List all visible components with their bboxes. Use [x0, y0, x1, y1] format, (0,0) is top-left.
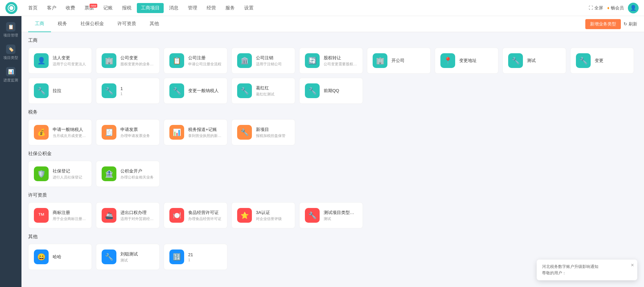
card-变更一般纳税人[interactable]: 🔧变更一般纳税人: [164, 78, 227, 104]
card-变更[interactable]: 🔧变更: [570, 48, 634, 74]
card-icon: 🏛️: [237, 53, 252, 68]
nav-item-记账[interactable]: 记账: [99, 3, 117, 13]
card-公司注销[interactable]: 🏛️公司注销适用于注销公司: [231, 48, 295, 74]
card-desc: 用于企业商标注册服务: [53, 216, 86, 221]
card-哈哈[interactable]: 😄哈哈: [28, 244, 92, 270]
card-desc: 适用于公司变更法人: [53, 62, 86, 67]
card-icon: 🔧: [102, 249, 116, 264]
card-desc: 办理公积金相关业务: [120, 175, 154, 180]
sidebar-item-项目类型[interactable]: 🏷️项目类型: [0, 41, 21, 64]
card-商标注册[interactable]: ™️商标注册用于企业商标注册服务: [28, 202, 92, 228]
fullscreen-icon: ⛶: [589, 5, 593, 10]
nav-item-工商项目[interactable]: 工商项目: [137, 3, 164, 13]
card-社保登记[interactable]: 🛡️社保登记进行人员社保登记: [28, 161, 92, 187]
nav-item-客户[interactable]: 客户: [43, 3, 60, 13]
sidebar-label: 项目类型: [3, 55, 18, 60]
card-icon: 📋: [169, 53, 184, 68]
nav-item-服务[interactable]: 服务: [221, 3, 239, 13]
nav-item-管理[interactable]: 管理: [184, 3, 201, 13]
card-开公司[interactable]: 🏢开公司: [367, 48, 431, 74]
card-name: 商标注册: [53, 210, 86, 216]
card-name: 刘聪测试: [120, 251, 154, 257]
nav-item-收费[interactable]: 收费: [62, 3, 79, 13]
sub-nav-tab-社保公积金[interactable]: 社保公积金: [74, 16, 111, 32]
card-公司变更[interactable]: 🏢公司变更股权变更外的业务变更: [96, 48, 160, 74]
card-name: 进出口权办理: [120, 210, 154, 216]
card-info: 公司变更股权变更外的业务变更: [120, 55, 154, 67]
nav-item-经营[interactable]: 经营: [203, 3, 220, 13]
card-1[interactable]: 🔧11: [96, 78, 160, 104]
card-股权转让[interactable]: 🔄股权转让公司变更需要股权转让: [299, 48, 363, 74]
card-葛红红[interactable]: 🔧葛红红葛红红测试: [231, 78, 295, 104]
sub-nav-tab-工商[interactable]: 工商: [28, 16, 51, 32]
card-info: 股权转让公司变更需要股权转让: [324, 55, 357, 67]
nav-item-设置[interactable]: 设置: [240, 3, 258, 13]
cards-grid-shebao: 🛡️社保登记进行人员社保登记🏦公积金开户办理公积金相关业务: [28, 161, 637, 187]
fullscreen-btn[interactable]: ⛶ 全屏: [589, 5, 603, 11]
card-拉拉[interactable]: 🔧拉拉: [28, 78, 92, 104]
card-测试[interactable]: 🔧测试: [502, 48, 566, 74]
notification-close-btn[interactable]: ×: [631, 262, 634, 268]
card-食品经营许可证[interactable]: 🍽️食品经营许可证办理食品经营许可证: [164, 202, 227, 228]
nav-item-报税[interactable]: 报税: [118, 3, 136, 13]
card-name: 变更地址: [459, 58, 493, 64]
card-公司注册[interactable]: 📋公司注册申请公司注册全流程: [164, 48, 227, 74]
member-btn[interactable]: ♦ 畅会员: [607, 5, 624, 11]
nav-right: ⛶ 全屏 ♦ 畅会员 👤: [589, 3, 639, 13]
new-type-button[interactable]: 新增业务类型: [585, 19, 621, 29]
card-进出口权办理[interactable]: 🚢进出口权办理适用于对外贸易经营者: [96, 202, 160, 228]
card-info: 公积金开户办理公积金相关业务: [120, 168, 154, 180]
nav-item-票据[interactable]: 票据new: [80, 3, 98, 13]
card-info: 税务报道+记账拿到营业执照的新公司: [188, 127, 222, 138]
sub-nav-tab-其他[interactable]: 其他: [143, 16, 166, 32]
card-desc: 股权变更外的业务变更: [120, 62, 154, 67]
card-icon: ™️: [34, 208, 49, 223]
card-icon: ⭐: [237, 208, 252, 223]
card-info: 变更一般纳税人: [188, 88, 222, 94]
card-申请一般纳税人[interactable]: 💰申请一般纳税人当月或次月成变更完成: [28, 119, 92, 145]
card-info: 申请一般纳税人当月或次月成变更完成: [53, 127, 86, 138]
card-变更地址[interactable]: 📍变更地址: [435, 48, 498, 74]
section-title-gongshanng: 工商: [28, 38, 637, 44]
card-info: 测试项目类型目定义测试: [324, 210, 357, 221]
card-申请发票[interactable]: 🧾申请发票办理申请发票业务: [96, 119, 160, 145]
card-name: 公积金开户: [120, 168, 154, 174]
card-name: 葛红红: [256, 85, 289, 91]
card-公积金开户[interactable]: 🏦公积金开户办理公积金相关业务: [96, 161, 160, 187]
card-测试项目类型目定义[interactable]: 🔧测试项目类型目定义测试: [299, 202, 363, 228]
user-avatar[interactable]: 👤: [628, 3, 639, 13]
sub-nav-tab-税务[interactable]: 税务: [51, 16, 74, 32]
card-刘聪测试[interactable]: 🔧刘聪测试测试: [96, 244, 160, 270]
sidebar-item-项目管理[interactable]: 📋项目管理: [0, 19, 21, 41]
refresh-button[interactable]: ↻ 刷新: [624, 21, 637, 27]
notification-text: 河北税务数字账户升级影响通知 尊敬的用户：: [542, 264, 632, 276]
card-税务报道+记账[interactable]: 📊税务报道+记账拿到营业执照的新公司: [164, 119, 227, 145]
card-icon: 🛡️: [34, 166, 49, 181]
notification-line1: 河北税务数字账户升级影响通知: [542, 264, 632, 270]
card-3A认证[interactable]: ⭐3A认证对企业信誉评级: [231, 202, 295, 228]
card-前期QQ[interactable]: 🔧前期QQ: [299, 78, 363, 104]
sub-nav-tab-许可资质[interactable]: 许可资质: [111, 16, 143, 32]
card-name: 拉拉: [53, 88, 86, 94]
card-icon: 🔄: [305, 53, 320, 68]
card-name: 公司注册: [188, 55, 222, 61]
card-icon: 🏢: [373, 53, 387, 68]
card-desc: 申请公司注册全流程: [188, 62, 222, 67]
card-icon: 🔧: [169, 83, 184, 98]
card-name: 3A认证: [256, 210, 289, 216]
card-法人变更[interactable]: 👤法人变更适用于公司变更法人: [28, 48, 92, 74]
card-name: 测试项目类型目定义: [324, 210, 357, 216]
sidebar-item-进度监测[interactable]: 📊进度监测: [0, 64, 21, 86]
member-icon: ♦: [607, 5, 609, 10]
app-logo[interactable]: [5, 2, 17, 14]
nav-item-首页[interactable]: 首页: [24, 3, 42, 13]
nav-items: 首页客户收费票据new记账报税工商项目消息管理经营服务设置: [24, 3, 589, 13]
nav-item-消息[interactable]: 消息: [165, 3, 182, 13]
card-新项目[interactable]: 🔧新项目报税加税控盘保管: [231, 119, 295, 145]
card-desc: 测试: [120, 258, 154, 263]
card-name: 税务报道+记账: [188, 127, 222, 133]
card-21[interactable]: 🔢211: [164, 244, 227, 270]
content-area: 工商👤法人变更适用于公司变更法人🏢公司变更股权变更外的业务变更📋公司注册申请公司…: [21, 32, 644, 281]
nav-badge: new: [90, 4, 97, 8]
card-icon: 🔢: [169, 249, 184, 264]
